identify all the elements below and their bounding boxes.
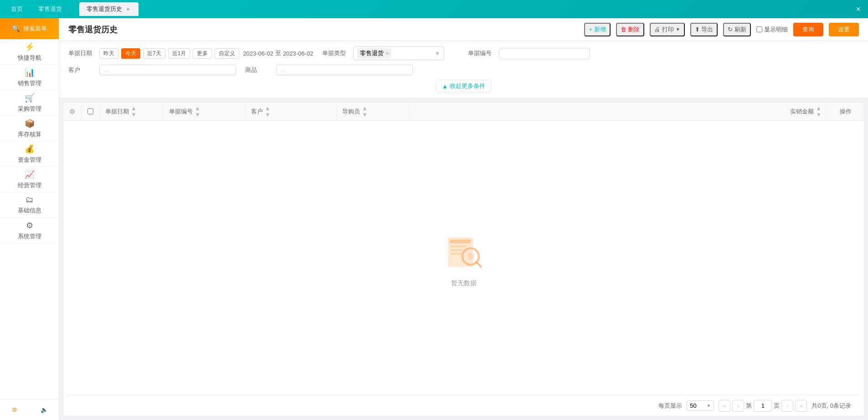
page-next-button[interactable]: › [781, 400, 793, 412]
svg-rect-4 [450, 253, 462, 255]
bill-type-input[interactable]: 零售退货 × ▼ [353, 46, 444, 60]
page-number-input[interactable] [754, 400, 772, 412]
bill-num-filter: 单据编号 [468, 48, 605, 59]
th-date-sort[interactable]: ▲▼ [131, 105, 137, 118]
date-range: 2023-06-02 至 2023-06-02 [243, 49, 313, 57]
bill-num-label: 单据编号 [468, 49, 495, 57]
th-customer-sort[interactable]: ▲▼ [265, 105, 271, 118]
tab-retail-return-history-close[interactable]: × [125, 6, 131, 12]
settings-icon: ⚙ [12, 406, 17, 413]
th-num-label: 单据编号 [169, 108, 193, 116]
table-area: ⚙ 单据日期 ▲▼ 单据编号 ▲▼ 客户 ▲▼ 导购员 [63, 102, 864, 416]
print-button[interactable]: 🖨 打印 ▼ [650, 23, 685, 36]
page-first-button[interactable]: « [719, 400, 730, 412]
filter-row-2: 客户 ... 商品 ... [68, 65, 859, 75]
page-size-label: 每页显示 [658, 402, 682, 410]
delete-button[interactable]: 🗑 删除 [616, 23, 645, 36]
setting-button[interactable]: 设置 [829, 23, 859, 36]
operations-icon: 📈 [25, 169, 35, 179]
gear-icon[interactable]: ⚙ [69, 108, 75, 116]
export-button[interactable]: ⬆ 导出 [690, 23, 718, 36]
page-prefix-label: 第 [746, 402, 752, 410]
svg-rect-2 [450, 246, 466, 247]
sidebar-search[interactable]: 🔍 搜索菜单 [0, 18, 59, 39]
sidebar-search-label: 搜索菜单 [23, 25, 47, 33]
th-amount-label: 实销金额 [790, 108, 814, 116]
sidebar-item-finance[interactable]: 💰 资金管理 [0, 141, 59, 167]
th-guide: 导购员 ▲▼ [337, 102, 410, 120]
sidebar-item-operations[interactable]: 📈 经营管理 [0, 167, 59, 192]
tab-retail-return-close[interactable]: × [65, 6, 71, 12]
page-size-chevron: ▼ [706, 403, 711, 408]
th-date-label: 单据日期 [105, 108, 129, 116]
query-button[interactable]: 查询 [793, 23, 823, 36]
th-guide-label: 导购员 [342, 108, 360, 116]
window-close-button[interactable]: × [852, 5, 864, 14]
page-last-button[interactable]: » [795, 400, 807, 412]
th-num-sort[interactable]: ▲▼ [195, 105, 200, 118]
th-num: 单据编号 ▲▼ [164, 102, 246, 120]
tab-home-label: 首页 [11, 5, 23, 13]
collapse-button[interactable]: ▲ 收起更多条件 [436, 80, 491, 92]
sidebar-settings-button[interactable]: ⚙ [6, 402, 23, 418]
collapse-label: 收起更多条件 [450, 82, 485, 90]
page-size-select[interactable]: 50 ▼ [687, 400, 714, 411]
print-button-label: 🖨 打印 [654, 26, 674, 34]
date-btn-yesterday[interactable]: 昨天 [99, 48, 118, 59]
tab-retail-return[interactable]: 零售退货 × [31, 2, 78, 16]
empty-illustration [441, 228, 487, 274]
sidebar-item-sales[interactable]: 📊 销售管理 [0, 65, 59, 90]
goods-input[interactable]: ... [276, 65, 413, 75]
sidebar-item-label: 资金管理 [18, 156, 41, 164]
svg-line-6 [476, 262, 481, 267]
sidebar-item-system[interactable]: ⚙ 系统管理 [0, 218, 59, 243]
th-amount: 实销金额 ▲▼ [410, 102, 827, 120]
show-detail-checkbox-input[interactable] [756, 26, 762, 32]
sidebar-item-purchase[interactable]: 🛒 采购管理 [0, 90, 59, 116]
tab-retail-return-history-label: 零售退货历史 [87, 5, 122, 13]
sidebar-item-inventory[interactable]: 📦 库存核算 [0, 116, 59, 141]
basic-info-icon: 🗂 [26, 195, 34, 205]
date-btn-7days[interactable]: 近7天 [143, 48, 165, 59]
page-prev-button[interactable]: ‹ [732, 400, 744, 412]
th-amount-sort[interactable]: ▲▼ [816, 105, 822, 118]
audio-icon: 🔈 [41, 406, 48, 413]
refresh-button[interactable]: ↻ 刷新 [723, 23, 751, 36]
sidebar-item-label: 销售管理 [18, 79, 41, 87]
date-range-to: 2023-06-02 [283, 50, 313, 57]
th-customer: 客户 ▲▼ [246, 102, 337, 120]
filter-area: 单据日期 昨天 今天 近7天 近1月 更多 自定义 2023-06-02 至 2… [59, 41, 868, 98]
sales-icon: 📊 [25, 67, 35, 77]
tab-retail-return-history[interactable]: 零售退货历史 × [79, 2, 139, 16]
sidebar-item-quick-nav[interactable]: ⚡ 快捷导航 [0, 39, 59, 65]
sidebar-item-label: 系统管理 [18, 232, 41, 241]
sidebar-footer: ⚙ 🔈 [0, 399, 59, 420]
search-icon: 🔍 [12, 25, 21, 33]
show-detail-checkbox[interactable]: 显示明细 [756, 26, 788, 34]
page-header: 零售退货历史 + 新增 🗑 删除 🖨 打印 ▼ ⬆ 导出 ↻ 刷新 [59, 18, 868, 41]
bill-num-input[interactable] [499, 48, 590, 59]
date-btn-today[interactable]: 今天 [121, 48, 140, 59]
th-checkbox[interactable] [82, 102, 100, 120]
th-settings[interactable]: ⚙ [63, 102, 82, 120]
date-btn-custom[interactable]: 自定义 [215, 48, 239, 59]
sidebar-audio-button[interactable]: 🔈 [36, 402, 52, 418]
date-btn-more[interactable]: 更多 [193, 48, 212, 59]
bill-type-tag-close[interactable]: × [385, 51, 388, 56]
th-guide-sort[interactable]: ▲▼ [362, 105, 368, 118]
date-btn-1month[interactable]: 近1月 [168, 48, 190, 59]
customer-input[interactable]: ... [99, 65, 236, 75]
sidebar: 🔍 搜索菜单 ⚡ 快捷导航 📊 销售管理 🛒 采购管理 📦 库存核算 💰 [0, 18, 59, 420]
th-op: 操作 [827, 102, 864, 120]
pagination: 每页显示 50 ▼ « ‹ 第 页 › » 共0页, 0条记录 [67, 395, 860, 416]
svg-rect-1 [450, 240, 471, 243]
sidebar-item-basic-info[interactable]: 🗂 基础信息 [0, 192, 59, 218]
tab-home[interactable]: 首页 [4, 2, 30, 16]
sidebar-item-label: 采购管理 [18, 105, 41, 113]
new-button[interactable]: + 新增 [584, 23, 610, 36]
table-header: ⚙ 单据日期 ▲▼ 单据编号 ▲▼ 客户 ▲▼ 导购员 [63, 102, 864, 121]
page-actions: + 新增 🗑 删除 🖨 打印 ▼ ⬆ 导出 ↻ 刷新 显示明细 [584, 23, 859, 36]
svg-rect-3 [450, 249, 464, 251]
select-all-checkbox[interactable] [87, 108, 93, 114]
th-date: 单据日期 ▲▼ [100, 102, 164, 120]
